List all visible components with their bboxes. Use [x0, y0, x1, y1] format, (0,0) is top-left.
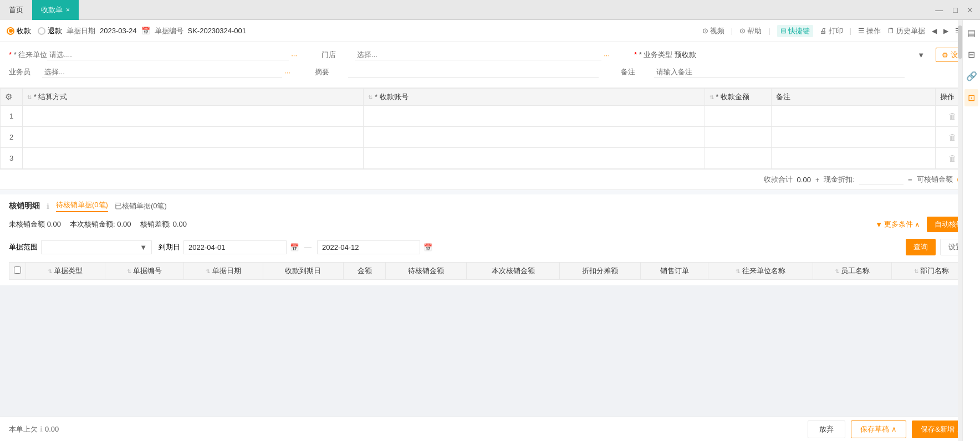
- history-btn[interactable]: 🗒 历史单据: [887, 26, 925, 36]
- amount-cell-1[interactable]: [705, 106, 771, 127]
- equals-sign: =: [908, 176, 912, 184]
- col-amount-header: ⇅ * 收款金额: [705, 89, 771, 106]
- remarks-cell-3[interactable]: [771, 148, 935, 169]
- minimize-button[interactable]: —: [932, 4, 946, 16]
- row-delete-btn-3[interactable]: 🗑: [948, 153, 957, 163]
- print-btn[interactable]: 🖨 打印: [820, 26, 843, 36]
- account-cell-2[interactable]: [364, 127, 705, 148]
- scrollbar-thumb[interactable]: [958, 25, 962, 59]
- row-num-3: 3: [1, 148, 23, 169]
- footer-buttons: 放弃 保存草稿 ∧ 保存&新增 ∧: [808, 421, 971, 438]
- hx-filter-row: 单据范围 ▼ 到期日 📅 — 📅 查询 设置: [9, 237, 971, 258]
- col-checkbox-header[interactable]: [9, 263, 26, 280]
- tab-receipt[interactable]: 收款单 ×: [32, 0, 79, 20]
- account-cell-1[interactable]: [364, 106, 705, 127]
- settlement-cell-3[interactable]: [23, 148, 364, 169]
- hx-stats: 未核销金额 0.00 本次核销金额: 0.00 核销差额: 0.00 ▼ 更多条…: [9, 217, 971, 232]
- staff-input[interactable]: [42, 66, 282, 78]
- calendar-end-icon[interactable]: 📅: [423, 243, 432, 252]
- hx-tab-done[interactable]: 已核销单据(0笔): [115, 201, 167, 211]
- row-delete-btn-1[interactable]: 🗑: [948, 111, 957, 121]
- radio-receipt-label: 收款: [17, 26, 31, 36]
- bottom-table: ⇅ 单据类型 ⇅ 单据编号 ⇅ 单据日期 收款到期日 金额: [9, 262, 971, 280]
- sidebar-link-icon[interactable]: 🔗: [966, 68, 977, 85]
- settlement-cell-1[interactable]: [23, 106, 364, 127]
- filter-icon: ▼: [875, 221, 882, 229]
- radio-refund[interactable]: 退款: [38, 26, 62, 36]
- shop-label: 门店: [321, 50, 355, 60]
- col-pending-header: 待核销金额: [386, 263, 466, 280]
- col-settlement-header: ⇅ * 结算方式: [23, 89, 364, 106]
- discount-input[interactable]: [859, 174, 904, 185]
- hx-info-icon: ℹ: [47, 202, 49, 211]
- remarks-cell-1[interactable]: [771, 106, 935, 127]
- operations-icon: ☰: [858, 27, 865, 35]
- counterpart-input[interactable]: [47, 49, 289, 60]
- business-type-label: * 业务类型: [634, 50, 672, 60]
- current-hx-stat: 本次核销金额: 0.00: [70, 219, 131, 229]
- draft-button[interactable]: 保存草稿 ∧: [851, 421, 906, 438]
- summary-field: 摘要: [315, 66, 599, 78]
- form-row-1: * 往来单位 ··· 门店 ··· * 业务类型 预收款 ▼ ⚙ 设置: [9, 48, 971, 62]
- summary-input[interactable]: [348, 66, 599, 78]
- close-button[interactable]: ×: [964, 4, 976, 16]
- help-icon: ⊙: [739, 27, 746, 35]
- counterpart-more-icon[interactable]: ···: [289, 51, 299, 59]
- help-btn[interactable]: ⊙ 帮助: [739, 26, 762, 36]
- amount-cell-2[interactable]: [705, 127, 771, 148]
- radio-receipt-dot: [7, 27, 14, 35]
- tab-home[interactable]: 首页: [0, 0, 32, 20]
- shortcut-btn[interactable]: ⊟ 快捷键: [777, 25, 813, 37]
- receipt-table: ⚙ ⇅ * 结算方式 ⇅ * 收款账号 ⇅ * 收款金额 备注 操作: [0, 88, 980, 169]
- col-number-header: ⇅ 单据编号: [105, 263, 184, 280]
- row-delete-btn-2[interactable]: 🗑: [948, 132, 957, 142]
- remarks-input[interactable]: [654, 66, 905, 78]
- sidebar-expand-icon[interactable]: ⊡: [964, 89, 978, 106]
- tab-home-label: 首页: [9, 5, 23, 15]
- prev-icon[interactable]: ◀: [932, 27, 937, 35]
- due-date-end-input[interactable]: [317, 240, 420, 254]
- shop-input[interactable]: [355, 49, 601, 60]
- shop-more-icon[interactable]: ···: [601, 51, 612, 59]
- range-select[interactable]: ▼: [41, 240, 152, 254]
- abandon-button[interactable]: 放弃: [808, 421, 845, 438]
- radio-receipt[interactable]: 收款: [7, 26, 31, 36]
- settlement-cell-2[interactable]: [23, 127, 364, 148]
- query-button[interactable]: 查询: [906, 239, 936, 255]
- draft-arrow-icon: ∧: [891, 425, 897, 433]
- hx-tab-pending[interactable]: 待核销单据(0笔): [56, 200, 108, 212]
- sidebar-list-icon[interactable]: ⊟: [968, 46, 975, 63]
- date-range-sep: —: [304, 243, 312, 252]
- table-settings-icon[interactable]: ⚙: [5, 92, 12, 101]
- sidebar-table-icon[interactable]: ▤: [967, 24, 976, 42]
- col-date-header: ⇅ 单据日期: [184, 263, 263, 280]
- table-row: 2 🗑 ⊕: [1, 127, 980, 148]
- history-icon: 🗒: [887, 27, 895, 35]
- col-discount-header: 折扣分摊额: [560, 263, 640, 280]
- col-settings-header[interactable]: ⚙: [1, 89, 23, 106]
- total-label: 收款合计: [764, 175, 793, 184]
- row-num-1: 1: [1, 106, 23, 127]
- due-date-start-input[interactable]: [183, 240, 287, 254]
- amount-cell-3[interactable]: [705, 148, 771, 169]
- calendar-icon[interactable]: 📅: [141, 27, 150, 35]
- print-icon: 🖨: [820, 27, 827, 35]
- number-value: SK-20230324-001: [188, 27, 247, 35]
- counterpart-field: * 往来单位 ···: [9, 49, 299, 60]
- tab-close-icon[interactable]: ×: [66, 6, 70, 14]
- calendar-start-icon[interactable]: 📅: [290, 243, 299, 252]
- remarks-cell-2[interactable]: [771, 127, 935, 148]
- date-value: 2023-03-24: [100, 27, 137, 35]
- due-date-label: 到期日: [159, 242, 180, 252]
- business-type-arrow[interactable]: ▼: [917, 51, 925, 59]
- col-due-header: 收款到期日: [263, 263, 343, 280]
- account-cell-3[interactable]: [364, 148, 705, 169]
- select-all-checkbox[interactable]: [14, 266, 21, 274]
- operations-btn[interactable]: ☰ 操作: [858, 26, 881, 36]
- video-btn[interactable]: ⊙ 视频: [702, 26, 724, 36]
- maximize-button[interactable]: □: [950, 4, 961, 16]
- more-conditions-btn[interactable]: ▼ 更多条件 ∧: [875, 219, 920, 229]
- counterpart-label: * 往来单位: [9, 50, 47, 60]
- staff-more-icon[interactable]: ···: [282, 68, 293, 76]
- next-icon[interactable]: ▶: [943, 27, 948, 35]
